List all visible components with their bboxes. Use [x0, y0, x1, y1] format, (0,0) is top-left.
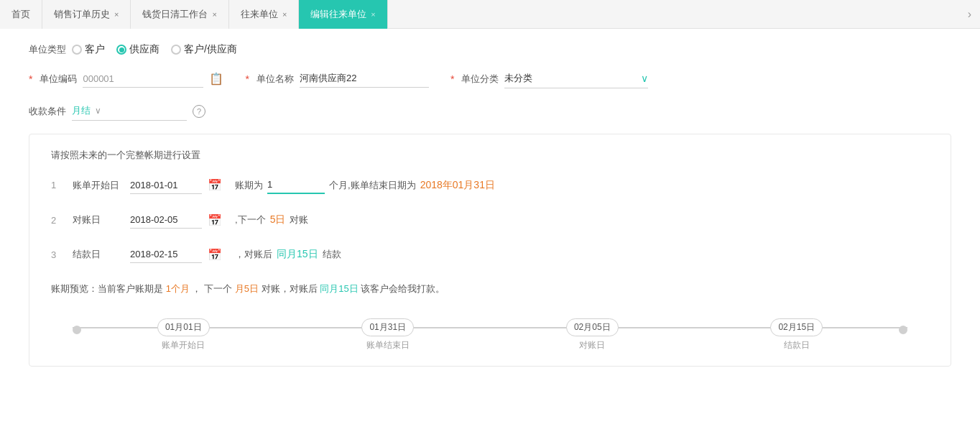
- radio-supplier[interactable]: 供应商: [116, 43, 160, 56]
- code-group: * 单位编码 📋: [29, 70, 223, 88]
- row-3-suffix-prefix: ，对账后: [235, 248, 272, 261]
- row-2-suffix-highlight: 5日: [270, 213, 286, 226]
- unit-type-group: 单位类型 客户 供应商 客户/供应商: [29, 43, 237, 56]
- row-1-period-end: 2018年01月31日: [420, 179, 495, 192]
- preview-comma: ，: [192, 283, 201, 294]
- tab-edit-partner-label: 编辑往来单位: [310, 8, 366, 21]
- row-2-number: 2: [51, 215, 73, 226]
- tab-edit-partner-close[interactable]: ×: [371, 10, 375, 19]
- preview-reconcile-suffix: 对账，对账后: [262, 283, 318, 294]
- row-1-number: 1: [51, 180, 73, 190]
- payment-row: 收款条件 月结 ∨ ?: [29, 101, 951, 121]
- tab-cash-label: 钱货日清工作台: [142, 8, 208, 21]
- row-2-suffix-end: 对账: [290, 213, 308, 226]
- unit-type-row: 单位类型 客户 供应商 客户/供应商: [29, 43, 951, 56]
- category-group: * 单位分类 未分类 ∨: [450, 69, 648, 88]
- timeline-points: 01月01日 账单开始日 01月31日 账单结束日 02月05日 对账日 02月…: [73, 318, 907, 351]
- preview-payment-highlight: 同月15日: [320, 283, 358, 294]
- code-input[interactable]: [83, 70, 203, 88]
- timeline-point-3: 02月05日 对账日: [490, 318, 695, 351]
- category-value: 未分类: [504, 72, 637, 85]
- timeline-label-2: 账单结束日: [366, 339, 410, 351]
- settings-title: 请按照未来的一个完整帐期进行设置: [51, 149, 929, 162]
- tab-sales-history[interactable]: 销售订单历史 ×: [42, 0, 131, 29]
- row-1-period-prefix: 账期为: [235, 179, 263, 192]
- row-2-calendar-icon[interactable]: 📅: [208, 213, 222, 227]
- tab-more-btn[interactable]: ›: [959, 8, 980, 21]
- category-label: 单位分类: [461, 73, 499, 86]
- tab-partner[interactable]: 往来单位 ×: [229, 0, 299, 29]
- tab-sales-label: 销售订单历史: [54, 8, 110, 21]
- tab-sales-close[interactable]: ×: [114, 10, 119, 19]
- radio-customer[interactable]: 客户: [72, 43, 105, 56]
- timeline-start-end: [73, 326, 81, 339]
- timeline-label-1: 账单开始日: [162, 339, 205, 351]
- radio-customer-label: 客户: [85, 43, 105, 56]
- row-3-number: 3: [51, 249, 73, 260]
- name-group: * 单位名称: [245, 70, 428, 88]
- timeline-end-dot: [899, 326, 907, 334]
- timeline: 01月01日 账单开始日 01月31日 账单结束日 02月05日 对账日 02月…: [51, 311, 929, 351]
- tab-cash-work[interactable]: 钱货日清工作台 ×: [131, 0, 228, 29]
- row-2-date-input[interactable]: [130, 211, 202, 229]
- code-star: *: [29, 73, 32, 85]
- code-label: 单位编码: [40, 73, 77, 86]
- radio-group: 客户 供应商 客户/供应商: [72, 43, 237, 56]
- settings-row-2: 2 对账日 📅 ,下一个 5日 对账: [51, 211, 929, 229]
- timeline-badge-4: 02月15日: [770, 318, 823, 336]
- main-content: 单位类型 客户 供应商 客户/供应商 * 单位编码: [0, 29, 980, 437]
- timeline-label-3: 对账日: [579, 339, 605, 351]
- row-2-suffix-prefix: ,下一个: [235, 213, 266, 226]
- payment-dropdown-arrow: ∨: [95, 106, 101, 116]
- tab-partner-close[interactable]: ×: [282, 10, 287, 19]
- row-3-label: 结款日: [73, 248, 130, 261]
- preview-reconcile-highlight: 月5日: [235, 283, 259, 294]
- row-1-date-input[interactable]: [130, 177, 202, 194]
- tab-home[interactable]: 首页: [0, 0, 42, 29]
- preview-period: 1个月: [166, 283, 190, 294]
- payment-select[interactable]: 月结 ∨: [72, 101, 187, 121]
- payment-value: 月结: [72, 104, 91, 117]
- row-1-label: 账单开始日: [73, 179, 130, 192]
- code-name-row: * 单位编码 📋 * 单位名称 * 单位分类 未分类 ∨: [29, 69, 951, 88]
- unit-type-label: 单位类型: [29, 43, 66, 56]
- category-dropdown-arrow: ∨: [641, 73, 648, 84]
- timeline-label-4: 结款日: [784, 339, 810, 351]
- radio-both[interactable]: 客户/供应商: [171, 43, 237, 56]
- code-calendar-icon[interactable]: 📋: [209, 72, 223, 86]
- preview-text: 账期预览：当前客户账期是 1个月 ， 下一个 月5日 对账，对账后 同月15日 …: [51, 280, 929, 297]
- timeline-point-4: 02月15日 结款日: [695, 318, 900, 351]
- preview-prefix: 账期预览：当前客户账期是: [51, 283, 163, 294]
- row-1-calendar-icon[interactable]: 📅: [208, 178, 222, 192]
- settings-box: 请按照未来的一个完整帐期进行设置 1 账单开始日 📅 账期为 个月,账单结束日期…: [29, 134, 951, 367]
- tab-edit-partner[interactable]: 编辑往来单位 ×: [299, 0, 387, 29]
- row-3-suffix-highlight: 同月15日: [277, 248, 318, 261]
- radio-supplier-label: 供应商: [129, 43, 160, 56]
- category-star: *: [450, 73, 454, 85]
- preview-reconcile-prefix: 下一个: [204, 283, 232, 294]
- row-1-period-input[interactable]: [267, 176, 325, 194]
- tab-home-label: 首页: [11, 8, 30, 21]
- row-3-calendar-icon[interactable]: 📅: [208, 248, 222, 262]
- settings-row-3: 3 结款日 📅 ，对账后 同月15日 结款: [51, 246, 929, 263]
- row-3-date-input[interactable]: [130, 246, 202, 263]
- payment-help-icon[interactable]: ?: [193, 105, 205, 118]
- timeline-badge-2: 01月31日: [361, 318, 414, 336]
- name-star: *: [245, 73, 249, 85]
- row-2-label: 对账日: [73, 213, 130, 226]
- preview-payment-suffix: 该客户会给我打款。: [361, 283, 445, 294]
- radio-both-label: 客户/供应商: [184, 43, 237, 56]
- name-input[interactable]: [300, 70, 429, 88]
- row-1-period-suffix: 个月,账单结束日期为: [329, 179, 416, 192]
- timeline-badge-1: 01月01日: [157, 318, 210, 336]
- payment-label: 收款条件: [29, 105, 66, 118]
- timeline-badge-3: 02月05日: [566, 318, 619, 336]
- timeline-end: [899, 326, 907, 339]
- row-3-suffix-end: 结款: [323, 248, 341, 261]
- radio-both-circle: [171, 45, 181, 55]
- timeline-point-1: 01月01日 账单开始日: [81, 318, 286, 351]
- radio-supplier-circle: [116, 45, 126, 55]
- tab-cash-close[interactable]: ×: [212, 10, 216, 19]
- payment-group: 收款条件 月结 ∨ ?: [29, 101, 205, 121]
- category-select[interactable]: 未分类 ∨: [504, 69, 648, 88]
